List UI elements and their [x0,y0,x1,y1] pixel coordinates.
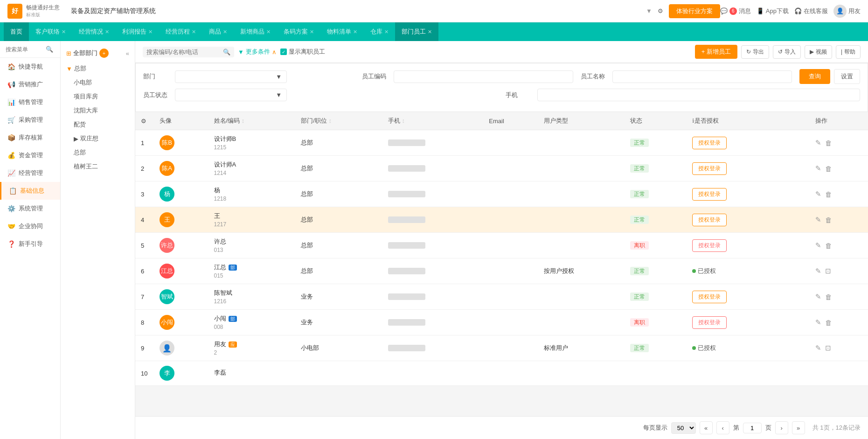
tab-operations[interactable]: 经营情况 ✕ [72,22,116,41]
delete-button[interactable]: 🗑 [825,216,832,224]
edit-button[interactable]: ✎ [815,139,821,147]
sidebar-item-guide[interactable]: ❓ 新手引导 [0,235,60,253]
show-departed-checkbox[interactable]: ✓ 显示离职员工 [280,48,325,56]
dept-node-headquarters[interactable]: 总部 [61,146,135,160]
col-settings[interactable]: ⚙ [135,112,154,130]
search-input[interactable] [146,49,221,56]
delete-button[interactable]: 🗑 [825,165,832,173]
close-icon[interactable]: ✕ [223,29,227,35]
delete-button[interactable]: 🗑 [825,139,832,147]
close-icon[interactable]: ✕ [148,29,153,35]
edit-button[interactable]: ✎ [815,190,821,198]
copy-button[interactable]: ⊡ [825,344,831,352]
first-page-button[interactable]: « [700,421,713,434]
edit-button[interactable]: ✎ [815,216,821,224]
page-size-select[interactable]: 50 [671,422,696,434]
close-icon[interactable]: ✕ [428,29,432,35]
sidebar-item-inventory[interactable]: 📦 库存核算 [0,129,60,146]
edit-button[interactable]: ✎ [815,241,821,250]
col-dept[interactable]: 部门/职位 ↕ [295,112,382,130]
auth-button[interactable]: 授权登录 [692,188,727,201]
sidebar-item-basic[interactable]: 📋 基础信息 [0,182,60,200]
auth-button[interactable]: 授权登录 [692,137,727,149]
dept-node-tree-king[interactable]: 植树王二 [61,160,135,174]
sidebar-item-cooperation[interactable]: 🤝 企业协同 [0,217,60,235]
user-menu[interactable]: 👤 用友 [833,5,861,18]
reset-button[interactable]: 设置 [834,69,860,84]
more-filter-button[interactable]: ▼ 更多条件 ∧ [238,48,277,56]
auth-button[interactable]: 授权登录 [692,316,727,329]
close-icon[interactable]: ✕ [62,29,66,35]
dept-select[interactable]: ▼ [175,70,287,83]
auth-button[interactable]: 授权登录 [692,291,727,303]
phone-input[interactable] [537,89,861,101]
dept-node-project-warehouse[interactable]: 项目库房 [61,90,135,104]
edit-button[interactable]: ✎ [815,164,821,173]
settings-icon[interactable]: ⚙ [658,7,663,14]
sidebar-item-marketing[interactable]: 📢 营销推广 [0,76,60,93]
auth-button[interactable]: 授权登录 [692,214,727,226]
close-icon[interactable]: ✕ [266,29,271,35]
sidebar-item-sales[interactable]: 📊 销售管理 [0,93,60,111]
auth-button[interactable]: 授权登录 [692,239,727,252]
emp-code-input[interactable] [394,70,573,83]
prev-page-button[interactable]: ‹ [716,421,729,434]
dept-node-general[interactable]: ▼ 总部 [61,62,135,76]
tab-history[interactable]: 经营历程 ✕ [159,22,202,41]
dept-node-double[interactable]: ▶ 双庄想 [61,132,135,146]
close-icon[interactable]: ✕ [192,29,196,35]
online-service-button[interactable]: 🎧 在线客服 [794,7,828,15]
emp-name-input[interactable] [612,70,792,83]
trial-button[interactable]: 体验行业方案 [669,4,720,18]
close-icon[interactable]: ✕ [105,29,109,35]
system-title-dropdown[interactable]: ▼ [646,7,652,14]
col-name-code[interactable]: 姓名/编码 ↕ [208,112,296,130]
close-icon[interactable]: ✕ [384,29,389,35]
tab-goods[interactable]: 商品 ✕ [202,22,234,41]
add-employee-button[interactable]: + 新增员工 [695,45,737,59]
auth-button[interactable]: 授权登录 [692,162,727,175]
col-phone[interactable]: 手机 ↕ [382,112,483,130]
last-page-button[interactable]: » [792,421,805,434]
export-button[interactable]: ↻ 导出 [741,45,769,59]
delete-button[interactable]: 🗑 [825,242,832,250]
edit-button[interactable]: ✎ [815,267,821,275]
tab-employees[interactable]: 部门员工 ✕ [395,22,438,41]
tab-profit[interactable]: 利润报告 ✕ [116,22,159,41]
delete-button[interactable]: 🗑 [825,319,832,327]
close-icon[interactable]: ✕ [353,29,357,35]
emp-status-select[interactable]: ▼ [175,89,287,101]
sidebar-item-system[interactable]: ⚙️ 系统管理 [0,200,60,217]
tab-add-goods[interactable]: 新增商品 ✕ [234,22,277,41]
edit-button[interactable]: ✎ [815,344,821,352]
app-download-button[interactable]: 📱 App下载 [757,7,789,15]
page-input[interactable] [743,423,762,433]
delete-button[interactable]: 🗑 [825,293,832,301]
dept-node-shenyang[interactable]: 沈阳大库 [61,104,135,118]
copy-button[interactable]: ⊡ [825,267,831,275]
tab-home[interactable]: 首页 [4,22,29,41]
sidebar-item-finance[interactable]: 💰 资金管理 [0,146,60,164]
help-button[interactable]: | 帮助 [836,45,861,59]
close-icon[interactable]: ✕ [310,29,314,35]
tab-warehouse[interactable]: 仓库 ✕ [364,22,395,41]
delete-button[interactable]: 🗑 [825,190,832,198]
import-button[interactable]: ↺ 导入 [773,45,801,59]
search-input[interactable] [6,46,43,53]
dept-node-small-electric[interactable]: 小电部 [61,76,135,90]
next-page-button[interactable]: › [775,421,788,434]
sidebar-item-quick-nav[interactable]: 🏠 快捷导航 [0,58,60,76]
edit-button[interactable]: ✎ [815,293,821,301]
tab-customer[interactable]: 客户联络 ✕ [29,22,72,41]
sidebar-item-operations[interactable]: 📈 经营管理 [0,164,60,182]
edit-button[interactable]: ✎ [815,318,821,327]
message-button[interactable]: 💬 6 消息 [720,7,751,15]
view-button[interactable]: ▶ 视频 [805,45,832,59]
tab-bom[interactable]: 物料清单 ✕ [320,22,364,41]
collapse-icon[interactable]: « [126,50,129,57]
sidebar-item-purchase[interactable]: 🛒 采购管理 [0,111,60,129]
dept-node-distribution[interactable]: 配货 [61,118,135,132]
tab-barcode[interactable]: 条码方案 ✕ [277,22,320,41]
add-dept-button[interactable]: + [99,49,109,58]
search-button[interactable]: 查询 [799,69,830,84]
